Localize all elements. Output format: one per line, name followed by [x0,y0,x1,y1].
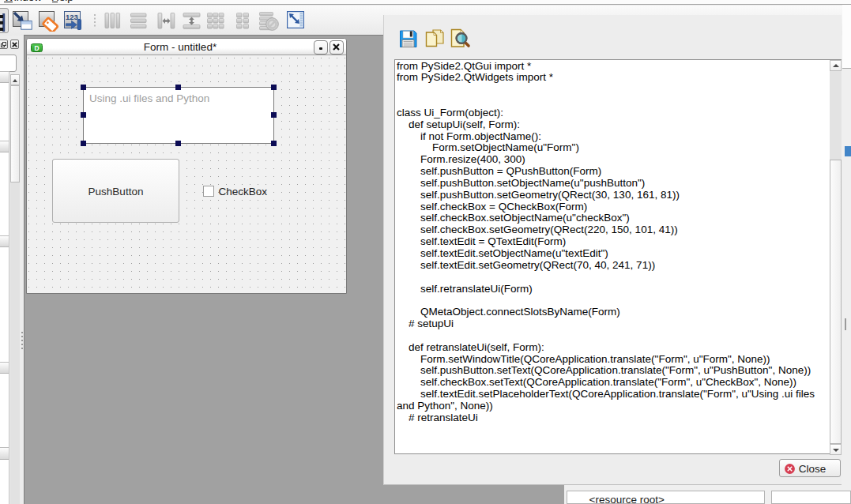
svg-text:123: 123 [66,13,78,21]
